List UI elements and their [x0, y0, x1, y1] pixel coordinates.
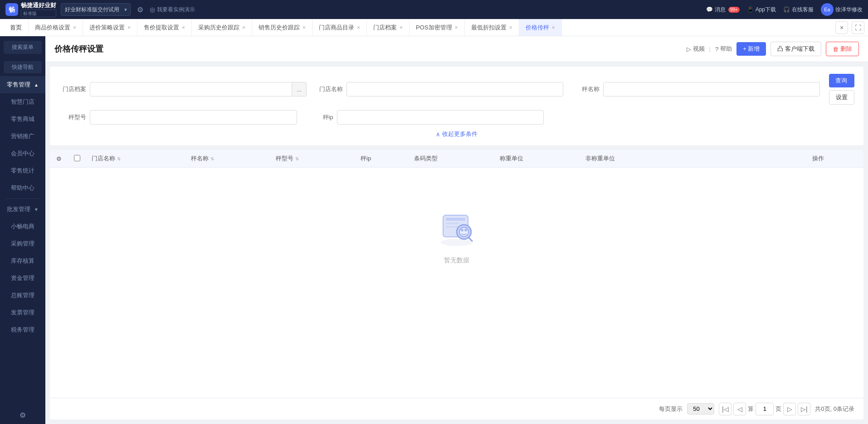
sidebar-item-member-center[interactable]: 会员中心 — [0, 145, 45, 162]
filter-section: 门店档案 ... 门店名称 秤名称 查询 — [50, 67, 863, 145]
filter-scale-model: 秤型号 — [59, 110, 297, 125]
tab-purchase-strategy[interactable]: 进价策略设置 × — [83, 19, 137, 36]
download-button[interactable]: 凸 客户端下载 — [770, 42, 821, 56]
tab-close-commodity-price[interactable]: × — [73, 24, 76, 31]
settings-filter-button[interactable]: 设置 — [829, 90, 854, 105]
empty-state: 暂无数据 — [50, 168, 863, 301]
sidebar-item-label: 智慧门店 — [11, 98, 34, 106]
sidebar-item-marketing[interactable]: 营销推广 — [0, 128, 45, 145]
tab-close-all-button[interactable]: × — [835, 21, 848, 34]
sidebar-item-label: 库存核算 — [11, 257, 34, 265]
tab-min-discount[interactable]: 最低折扣设置 × — [465, 19, 519, 36]
scale-ip-input[interactable] — [337, 110, 544, 125]
service-icon: 🎧 — [783, 6, 790, 13]
delete-icon: 🗑 — [833, 46, 839, 53]
tab-price-scale[interactable]: 价格传秤 × — [519, 19, 562, 36]
th-settings[interactable]: ⚙ — [50, 150, 68, 168]
demo-button[interactable]: ◎ 我要看实例演示 — [150, 6, 195, 14]
sidebar-item-tax-management[interactable]: 税务管理 — [0, 321, 45, 338]
sort-scale-name[interactable]: 秤名称 ⇅ — [191, 154, 265, 163]
sidebar-item-retail-stats[interactable]: 零售统计 — [0, 162, 45, 179]
sidebar-item-inventory[interactable]: 库存核算 — [0, 252, 45, 270]
sidebar-item-retail-mall[interactable]: 零售商城 — [0, 111, 45, 128]
content-area: 价格传秤设置 ▷ 视频 | ? 帮助 + 新增 凸 客户端下载 — [45, 36, 868, 424]
per-page-label: 每页显示 — [659, 405, 683, 413]
delete-button[interactable]: 🗑 删除 — [826, 42, 859, 56]
sidebar-item-label: 零售统计 — [11, 167, 34, 175]
tab-close-purchase-history[interactable]: × — [242, 24, 245, 31]
query-button[interactable]: 查询 — [829, 74, 854, 87]
online-service-button[interactable]: 🎧 在线客服 — [783, 6, 814, 14]
search-menu-button[interactable]: 搜索菜单 — [4, 41, 42, 54]
sidebar-item-label: 帮助中心 — [11, 184, 34, 192]
sidebar-item-wholesale-management[interactable]: 批发管理 ▼ — [0, 201, 45, 218]
tab-store-catalog[interactable]: 门店商品目录 × — [312, 19, 367, 36]
tab-close-store-archive[interactable]: × — [400, 24, 403, 31]
tab-close-pos-management[interactable]: × — [455, 24, 458, 31]
per-page-select[interactable]: 50 10 20 100 — [687, 403, 714, 414]
select-all-checkbox[interactable] — [74, 155, 80, 161]
version-select[interactable]: 好业财标准版交付试用 — [61, 3, 131, 16]
tab-close-purchase-strategy[interactable]: × — [127, 24, 131, 31]
sidebar-item-general-ledger[interactable]: 总账管理 — [0, 287, 45, 304]
sidebar-item-smart-store[interactable]: 智慧门店 — [0, 93, 45, 111]
sidebar-item-retail-management[interactable]: 零售管理 ▲ — [0, 76, 45, 93]
tab-close-store-catalog[interactable]: × — [357, 24, 360, 31]
sort-store-name[interactable]: 门店名称 ⇅ — [92, 154, 180, 163]
tab-commodity-price[interactable]: 商品价格设置 × — [29, 19, 83, 36]
collapse-button[interactable]: ∧ 收起更多条件 — [436, 130, 478, 138]
th-checkbox[interactable] — [68, 150, 86, 168]
actions-divider: | — [709, 46, 711, 53]
page-next-button[interactable]: ▷ — [783, 403, 796, 415]
tab-close-sale-extract[interactable]: × — [182, 24, 185, 31]
th-scale-name[interactable]: 秤名称 ⇅ — [185, 150, 270, 168]
collapse-icon: ▲ — [34, 82, 39, 87]
tab-home[interactable]: 首页 — [4, 19, 29, 36]
tab-sale-history[interactable]: 销售历史价跟踪 × — [252, 19, 312, 36]
help-button[interactable]: ? 帮助 — [715, 45, 732, 53]
tab-close-min-discount[interactable]: × — [509, 24, 512, 31]
tab-maximize-button[interactable]: ⛶ — [852, 21, 864, 34]
app-download-button[interactable]: 📱 App下载 — [747, 6, 776, 14]
sidebar-item-xiaochangec[interactable]: 小畅电商 — [0, 218, 45, 235]
store-archive-select-button[interactable]: ... — [292, 82, 307, 96]
user-menu[interactable]: Ea 徐泽华修改 — [821, 3, 863, 16]
app-logo: 畅 畅捷通好业财 标准版 — [5, 2, 56, 17]
message-button[interactable]: 💬 消息 99+ — [706, 6, 740, 14]
version-badge: 标准版 — [21, 10, 56, 17]
sort-scale-model[interactable]: 秤型号 ⇅ — [276, 154, 350, 163]
settings-icon[interactable]: ⚙ — [135, 4, 145, 16]
tab-close-sale-history[interactable]: × — [302, 24, 306, 31]
scale-name-label: 秤名称 — [572, 85, 600, 93]
sidebar-settings-icon[interactable]: ⚙ — [20, 411, 26, 419]
top-bar-right: 💬 消息 99+ 📱 App下载 🎧 在线客服 Ea 徐泽华修改 — [706, 3, 863, 16]
store-name-input[interactable] — [346, 82, 563, 96]
version-selector[interactable]: 好业财标准版交付试用 ▼ — [61, 3, 131, 16]
sidebar-item-help-center[interactable]: 帮助中心 — [0, 179, 45, 197]
sidebar-item-capital-management[interactable]: 资金管理 — [0, 270, 45, 287]
tab-store-archive[interactable]: 门店档案 × — [367, 19, 410, 36]
tab-purchase-history[interactable]: 采购历史价跟踪 × — [192, 19, 252, 36]
filter-scale-name: 秤名称 — [572, 82, 820, 96]
video-button[interactable]: ▷ 视频 — [687, 45, 705, 53]
scale-name-input[interactable] — [603, 82, 820, 96]
tab-close-price-scale[interactable]: × — [552, 24, 555, 31]
th-scale-model[interactable]: 秤型号 ⇅ — [270, 150, 355, 168]
th-weight-unit: 称重单位 — [494, 150, 580, 168]
th-store-name[interactable]: 门店名称 ⇅ — [86, 150, 185, 168]
page-prev-button[interactable]: ◁ — [733, 403, 746, 415]
add-button[interactable]: + 新增 — [736, 42, 766, 56]
collapse-up-icon: ∧ — [436, 131, 440, 138]
store-archive-input[interactable] — [90, 82, 292, 96]
quick-nav-button[interactable]: 快捷导航 — [4, 61, 42, 73]
tab-sale-extract[interactable]: 售价提取设置 × — [137, 19, 192, 36]
page-number-input[interactable] — [756, 403, 774, 415]
page-first-button[interactable]: |◁ — [719, 403, 731, 415]
page-title-row: 价格传秤设置 ▷ 视频 | ? 帮助 + 新增 凸 客户端下载 — [54, 42, 859, 56]
scale-model-input[interactable] — [90, 110, 297, 125]
tab-pos-management[interactable]: POS加密管理 × — [410, 19, 464, 36]
sidebar-item-purchase-management[interactable]: 采购管理 — [0, 235, 45, 252]
page-last-button[interactable]: ▷| — [798, 403, 810, 415]
top-bar: 畅 畅捷通好业财 标准版 好业财标准版交付试用 ▼ ⚙ ◎ 我要看实例演示 💬 … — [0, 0, 868, 19]
sidebar-item-invoice-management[interactable]: 发票管理 — [0, 304, 45, 321]
